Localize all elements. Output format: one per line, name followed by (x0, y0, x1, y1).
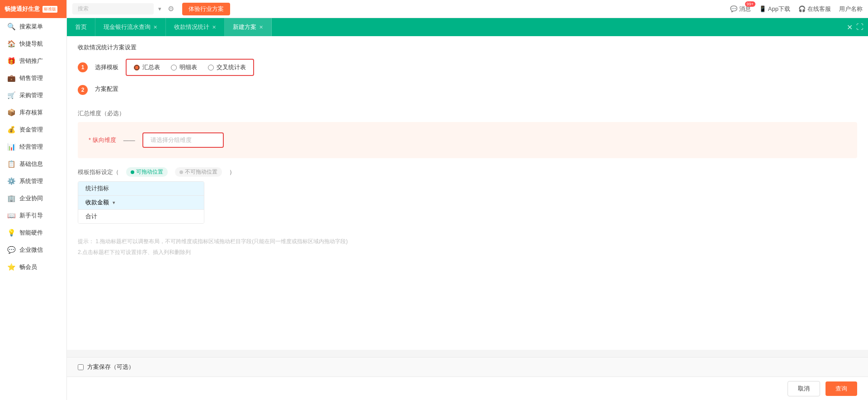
top-header: 搜索 ▾ ⚙ 体验行业方案 💬 消息 99+ 📱 App下载 🎧 在线客服 用户… (67, 0, 868, 18)
save-checkbox[interactable] (78, 364, 84, 370)
cancel-button[interactable]: 取消 (788, 381, 820, 396)
page-content: 收款情况统计方案设置 1 选择模板 汇总表 明细表 交叉统计 (67, 36, 868, 376)
trial-button[interactable]: 体验行业方案 (182, 3, 230, 15)
close-window-icon[interactable]: ✕ (847, 23, 853, 32)
sales-icon: 💼 (7, 74, 16, 82)
step2-section: 2 方案配置 (78, 85, 857, 95)
logo-badge: 标准版 (42, 6, 57, 13)
draggable-badge: 可拖动位置 (126, 167, 168, 177)
dropdown-arrow-icon[interactable]: ▾ (158, 5, 161, 12)
wechat-icon: 💬 (7, 246, 16, 254)
sidebar-item-sales[interactable]: 💼 销售管理 (0, 70, 66, 87)
sidebar-logo: 畅捷通好生意 标准版 (0, 0, 66, 18)
radio-detail-input[interactable] (171, 65, 177, 71)
footer-bar: 取消 查询 (67, 376, 868, 400)
service-icon: 🎧 (798, 5, 806, 12)
sidebar-item-label: 经营管理 (19, 143, 43, 151)
user-name[interactable]: 用户名称 (839, 5, 863, 13)
guide-icon: 📖 (7, 212, 16, 220)
radio-detail[interactable]: 明细表 (171, 63, 197, 71)
sidebar-item-vip[interactable]: ⭐ 畅会员 (0, 259, 66, 276)
radio-cross-input[interactable] (208, 65, 214, 71)
vertical-dimension-label: * 纵向维度 (89, 136, 116, 144)
sidebar-item-operations[interactable]: 📊 经营管理 (0, 138, 66, 155)
radio-detail-label: 明细表 (179, 63, 197, 71)
draggable-dot (131, 170, 134, 174)
sidebar-item-enterprise[interactable]: 🏢 企业协同 (0, 190, 66, 207)
search-bar[interactable]: 搜索 (72, 3, 154, 14)
tab-bank-flow[interactable]: 现金银行流水查询 ✕ (95, 18, 166, 36)
save-label: 方案保存（可选） (87, 363, 134, 371)
notification-item[interactable]: 💬 消息 99+ (730, 5, 751, 13)
tab-receipt-stats-label: 收款情况统计 (174, 23, 209, 31)
sidebar-item-label: 企业协同 (19, 194, 43, 202)
tab-home[interactable]: 首页 (67, 18, 95, 36)
dimension-row: * 纵向维度 —— 请选择分组维度 (89, 132, 224, 148)
tab-bar-actions: ✕ ⛶ (842, 18, 868, 36)
tab-home-label: 首页 (75, 23, 87, 31)
page-title: 收款情况统计方案设置 (78, 43, 857, 52)
dimension-select[interactable]: 请选择分组维度 (142, 132, 224, 148)
receipt-amount-dropdown-icon[interactable]: ▾ (113, 200, 115, 206)
indicator-section: 模板指标设定（ 可拖动位置 不可拖动位置 ） 统计指标 收款金额 (78, 167, 857, 225)
service-label: 在线客服 (807, 5, 831, 13)
sidebar: 畅捷通好生意 标准版 🔍 搜索菜单 🏠 快捷导航 🎁 营销推广 💼 销售管理 🛒… (0, 0, 67, 400)
receipt-amount-label: 收款金额 (85, 198, 109, 207)
dimension-arrow: —— (123, 137, 135, 144)
sidebar-item-marketing[interactable]: 🎁 营销推广 (0, 52, 66, 70)
hint-1: 提示： 1.拖动标题栏可以调整布局，不可跨维度或指标区域拖动栏目字段(只能在同一… (78, 236, 857, 247)
dimension-section-label: 汇总维度（必选） (78, 109, 857, 118)
sidebar-item-quick-nav[interactable]: 🏠 快捷导航 (0, 35, 66, 52)
hint-2: 2.点击标题栏下拉可设置排序、插入列和删除列 (78, 247, 857, 258)
sidebar-item-basic-info[interactable]: 📋 基础信息 (0, 155, 66, 173)
sidebar-item-finance[interactable]: 💰 资金管理 (0, 121, 66, 138)
sidebar-item-hardware[interactable]: 💡 智能硬件 (0, 224, 66, 241)
basic-info-icon: 📋 (7, 160, 16, 168)
radio-summary-input[interactable] (134, 65, 140, 71)
sidebar-item-guide[interactable]: 📖 新手引导 (0, 207, 66, 224)
receipt-amount-row[interactable]: 收款金额 ▾ (78, 196, 204, 210)
sidebar-item-label: 库存核算 (19, 108, 43, 117)
app-download-item[interactable]: 📱 App下载 (759, 5, 790, 13)
purchase-icon: 🛒 (7, 91, 16, 99)
search-menu-icon: 🔍 (7, 23, 16, 31)
tab-new-plan-label: 新建方案 (233, 23, 256, 31)
radio-cross[interactable]: 交叉统计表 (208, 63, 246, 71)
sidebar-item-system[interactable]: ⚙️ 系统管理 (0, 173, 66, 190)
expand-window-icon[interactable]: ⛶ (856, 23, 863, 31)
home-icon: 🏠 (7, 40, 16, 48)
tab-new-plan-close[interactable]: ✕ (259, 24, 263, 30)
logo-text: 畅捷通好生意 (5, 5, 40, 13)
sidebar-item-search-menu[interactable]: 🔍 搜索菜单 (0, 18, 66, 35)
radio-cross-label: 交叉统计表 (217, 63, 246, 71)
radio-summary[interactable]: 汇总表 (134, 63, 160, 71)
sidebar-item-label: 采购管理 (19, 91, 43, 99)
step1-badge: 1 (78, 62, 88, 72)
tab-bank-flow-close[interactable]: ✕ (153, 24, 157, 30)
stats-label: 统计指标 (78, 182, 204, 196)
tab-new-plan[interactable]: 新建方案 ✕ (225, 18, 272, 36)
notification-badge: 99+ (745, 1, 755, 7)
step2-badge: 2 (78, 85, 88, 95)
vip-icon: ⭐ (7, 263, 16, 271)
total-row: 合计 (78, 210, 204, 223)
gift-icon: 🎁 (7, 57, 16, 65)
gear-icon[interactable]: ⚙ (168, 5, 174, 13)
tab-receipt-stats[interactable]: 收款情况统计 ✕ (166, 18, 225, 36)
tab-bank-flow-label: 现金银行流水查询 (104, 23, 151, 31)
sidebar-item-label: 新手引导 (19, 212, 43, 220)
sidebar-item-label: 资金管理 (19, 126, 43, 134)
sidebar-item-inventory[interactable]: 📦 库存核算 (0, 104, 66, 121)
header-right: 💬 消息 99+ 📱 App下载 🎧 在线客服 用户名称 (730, 5, 863, 13)
non-draggable-label: 不可拖动位置 (185, 168, 217, 176)
message-icon: 💬 (730, 5, 737, 12)
sidebar-item-purchase[interactable]: 🛒 采购管理 (0, 87, 66, 104)
indicator-header-label: 模板指标设定（ (78, 168, 119, 176)
online-service-item[interactable]: 🎧 在线客服 (798, 5, 831, 13)
finance-icon: 💰 (7, 126, 16, 134)
non-draggable-dot (179, 170, 183, 174)
sidebar-item-wechat[interactable]: 💬 企业微信 (0, 241, 66, 259)
query-button[interactable]: 查询 (826, 381, 857, 396)
tab-receipt-stats-close[interactable]: ✕ (212, 24, 216, 30)
sidebar-item-label: 快捷导航 (19, 40, 43, 48)
